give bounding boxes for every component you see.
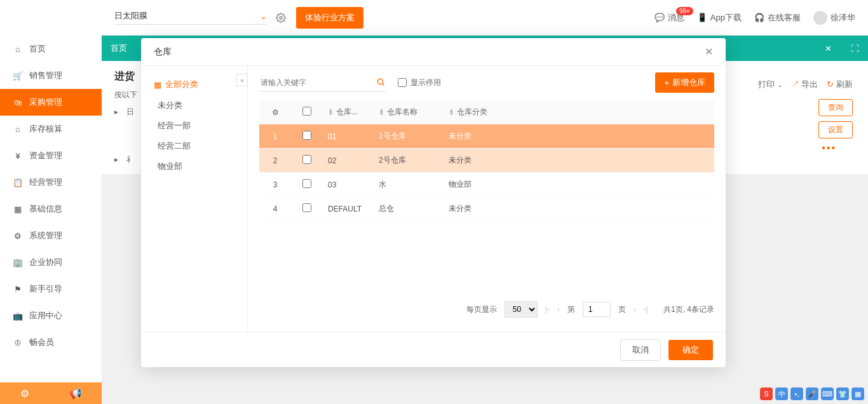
- ime-punct-icon[interactable]: •,: [790, 387, 803, 400]
- row-checkbox[interactable]: [302, 203, 311, 212]
- row-checkbox[interactable]: [302, 131, 311, 140]
- category-item[interactable]: 经营二部: [141, 136, 247, 156]
- per-page-select[interactable]: 50: [505, 301, 538, 318]
- ime-mic-icon[interactable]: 🎤: [806, 387, 818, 400]
- ime-keyboard-icon[interactable]: ⌨: [821, 387, 834, 400]
- next-page-icon[interactable]: ›: [634, 305, 636, 314]
- category-item[interactable]: 未分类: [141, 95, 247, 116]
- table-row[interactable]: 1 01 1号仓库 未分类: [259, 125, 714, 149]
- table-row[interactable]: 2 02 2号仓库 未分类: [259, 149, 714, 173]
- search-input[interactable]: [259, 74, 386, 91]
- ime-skin-icon[interactable]: 👕: [836, 387, 849, 400]
- close-icon[interactable]: ✕: [705, 46, 713, 58]
- sort-icon[interactable]: ▲▼: [449, 109, 454, 116]
- per-page-label: 每页显示: [466, 304, 497, 315]
- plus-icon: +: [664, 78, 669, 88]
- ime-lang-icon[interactable]: 中: [775, 387, 788, 400]
- prev-page-icon[interactable]: ‹: [557, 305, 560, 314]
- sort-icon[interactable]: ▲▼: [328, 109, 334, 116]
- category-all[interactable]: ▦ 全部分类: [141, 74, 247, 95]
- ime-tray: S 中 •, 🎤 ⌨ 👕 ▦: [760, 387, 864, 400]
- search-icon[interactable]: [376, 77, 385, 89]
- collapse-panel-icon[interactable]: «: [236, 74, 248, 86]
- row-checkbox[interactable]: [302, 179, 311, 188]
- ime-grid-icon[interactable]: ▦: [851, 387, 864, 400]
- select-all-checkbox[interactable]: [302, 107, 311, 116]
- last-page-icon[interactable]: ›|: [644, 305, 648, 314]
- table-row[interactable]: 3 03 水 物业部: [259, 173, 714, 197]
- gear-icon[interactable]: ⚙: [272, 108, 279, 117]
- show-disabled-checkbox[interactable]: 显示停用: [398, 77, 441, 88]
- sort-icon[interactable]: ▲▼: [379, 109, 384, 116]
- warehouse-modal: 仓库 ✕ ▦ 全部分类 未分类 经营一部 经营二部 物业部 «: [141, 38, 726, 367]
- cancel-button[interactable]: 取消: [620, 339, 661, 361]
- page-input[interactable]: [583, 302, 611, 317]
- add-warehouse-button[interactable]: + 新增仓库: [655, 72, 714, 93]
- ok-button[interactable]: 确定: [668, 340, 713, 360]
- ime-s-icon[interactable]: S: [760, 387, 773, 400]
- table-row[interactable]: 4 DEFAULT 总仓 未分类: [259, 197, 714, 221]
- grid-icon: ▦: [154, 80, 161, 90]
- modal-title: 仓库: [154, 46, 172, 58]
- row-checkbox[interactable]: [302, 155, 311, 164]
- first-page-icon[interactable]: |‹: [545, 305, 550, 314]
- category-item[interactable]: 物业部: [141, 156, 247, 177]
- svg-line-2: [383, 83, 384, 85]
- pager-summary: 共1页, 4条记录: [663, 304, 714, 315]
- svg-point-1: [377, 79, 383, 84]
- category-item[interactable]: 经营一部: [141, 116, 247, 136]
